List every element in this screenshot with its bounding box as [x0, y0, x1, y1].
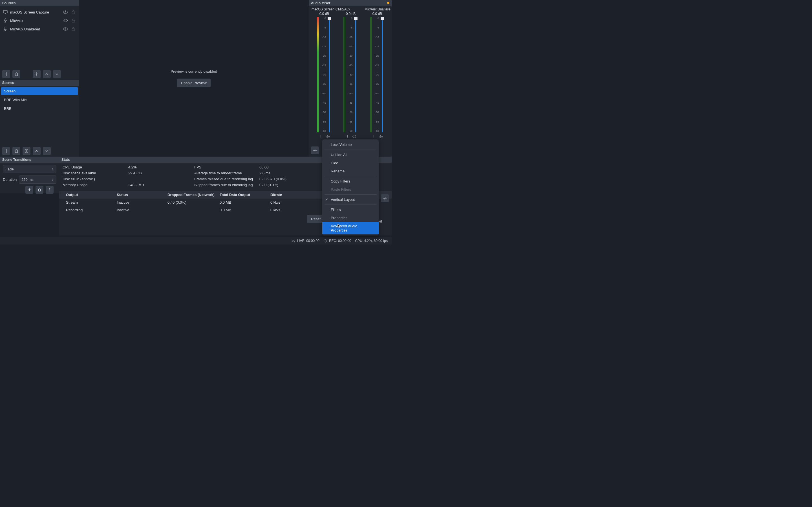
svg-point-1	[65, 11, 66, 13]
preview-disabled-text: Preview is currently disabled	[170, 69, 217, 73]
sources-toolbar	[0, 68, 79, 80]
svg-point-19	[347, 136, 348, 137]
scene-item[interactable]: BRB	[1, 105, 78, 113]
svg-rect-10	[25, 150, 26, 152]
svg-point-20	[347, 137, 348, 138]
menu-item[interactable]: Rename	[322, 167, 378, 175]
enable-preview-button[interactable]: Enable Preview	[177, 78, 210, 87]
move-scene-up-button[interactable]	[33, 147, 41, 155]
duration-input[interactable]: 250 ms ▲▼	[19, 175, 56, 184]
source-settings-button[interactable]	[33, 70, 41, 78]
transitions-title: Scene Transitions	[0, 157, 59, 163]
scene-item[interactable]: Screen	[1, 87, 78, 95]
scene-item[interactable]: BRB With Mic	[1, 96, 78, 104]
duration-label: Duration	[3, 177, 17, 182]
source-item[interactable]: Mic/Aux	[0, 16, 79, 25]
menu-item[interactable]: Unhide All	[322, 151, 378, 159]
add-source-button[interactable]	[2, 70, 10, 78]
delete-scene-button[interactable]	[12, 147, 20, 155]
svg-rect-6	[5, 27, 6, 29]
channel-options-icon[interactable]	[318, 134, 323, 139]
speaker-icon[interactable]	[378, 134, 383, 139]
reset-button[interactable]: Reset	[307, 215, 324, 223]
menu-item[interactable]: Lock Volume	[322, 140, 378, 149]
svg-rect-3	[5, 18, 6, 21]
stat-value	[128, 177, 194, 181]
table-cell: Inactive	[117, 200, 167, 205]
speaker-icon[interactable]	[352, 134, 357, 139]
svg-rect-8	[72, 29, 75, 31]
lock-toggle[interactable]	[70, 9, 76, 15]
preview-area: Preview is currently disabled Enable Pre…	[79, 0, 309, 157]
menu-item[interactable]: Filters	[322, 206, 378, 214]
volume-slider[interactable]	[380, 17, 385, 132]
table-cell: Inactive	[117, 208, 167, 212]
stat-value: 60.00	[259, 165, 327, 169]
audio-meter: 0-5-10-15-20-25-30-35-40-45-50-55-60	[343, 17, 353, 132]
table-header-cell: Total Data Output	[220, 193, 270, 197]
visibility-toggle[interactable]	[63, 9, 68, 15]
stat-value: 0 / 36370 (0.0%)	[259, 177, 327, 181]
svg-point-7	[65, 29, 66, 30]
menu-item[interactable]: Properties	[322, 214, 378, 222]
svg-rect-5	[72, 20, 75, 22]
live-text: LIVE: 00:00:00	[297, 239, 319, 243]
sources-title: Sources	[0, 0, 79, 6]
table-cell	[167, 208, 220, 212]
channel-options-icon[interactable]	[371, 134, 376, 139]
table-cell: 0 / 0 (0.0%)	[167, 200, 220, 205]
audio-mixer-context-menu: Lock VolumeUnhide AllHideRenameCopy Filt…	[322, 139, 378, 235]
move-source-down-button[interactable]	[53, 70, 61, 78]
audio-channel: macOS Screen Cap 0.0 dB 0-5-10-15-20-25-…	[311, 7, 338, 144]
scenes-toolbar	[0, 145, 79, 157]
meter-ticks: 0-5-10-15-20-25-30-35-40-45-50-55-60	[349, 17, 352, 132]
svg-point-24	[314, 150, 315, 151]
menu-item[interactable]: Advanced Audio Properties	[322, 222, 378, 234]
stat-label: Disk space available	[63, 171, 128, 175]
move-scene-down-button[interactable]	[43, 147, 51, 155]
visibility-toggle[interactable]	[63, 26, 68, 32]
source-item[interactable]: Mic/Aux Unaltered	[0, 25, 79, 33]
table-header-cell: Dropped Frames (Network)	[167, 193, 220, 197]
source-label: macOS Screen Capture	[10, 10, 60, 14]
menu-item[interactable]: Hide	[322, 159, 378, 167]
lock-toggle[interactable]	[70, 26, 76, 32]
lock-toggle[interactable]	[70, 18, 76, 23]
add-transition-button[interactable]	[26, 186, 33, 194]
svg-rect-2	[72, 12, 75, 14]
controls-settings-button[interactable]	[381, 194, 389, 202]
move-source-up-button[interactable]	[43, 70, 51, 78]
delete-source-button[interactable]	[12, 70, 20, 78]
select-arrows-icon: ▲▼	[52, 168, 54, 171]
check-icon: ✓	[325, 198, 328, 202]
broadcast-icon	[291, 239, 295, 243]
transition-selected: Fade	[5, 167, 14, 171]
stat-label: CPU Usage	[63, 165, 128, 169]
sources-list: macOS Screen Capture Mic/Aux Mic/Aux Una…	[0, 6, 79, 68]
mic-icon	[3, 18, 8, 23]
menu-item[interactable]: ✓Vertical Layout	[322, 195, 378, 204]
transition-options-button[interactable]	[46, 186, 54, 194]
stat-label: Frames missed due to rendering lag	[194, 177, 259, 181]
audio-meter: 0-5-10-15-20-25-30-35-40-45-50-55-60	[370, 17, 379, 132]
speaker-icon[interactable]	[325, 134, 330, 139]
volume-slider[interactable]	[327, 17, 332, 132]
add-scene-button[interactable]	[2, 147, 10, 155]
delete-transition-button[interactable]	[36, 186, 43, 194]
audio-mixer-settings-button[interactable]	[311, 147, 319, 154]
volume-slider[interactable]	[354, 17, 358, 132]
table-cell: 0 kb/s	[270, 208, 304, 212]
transition-select[interactable]: Fade ▲▼	[3, 165, 56, 173]
visibility-toggle[interactable]	[63, 18, 68, 23]
channel-options-icon[interactable]	[345, 134, 350, 139]
cpu-text: CPU: 4.2%, 60.00 fps	[355, 239, 388, 243]
sources-panel: Sources macOS Screen Capture Mic/Aux Mic…	[0, 0, 79, 80]
svg-point-4	[65, 20, 66, 21]
channel-db: 0.0 dB	[372, 12, 382, 16]
menu-item[interactable]: Copy Filters	[322, 177, 378, 185]
mic-icon	[3, 26, 8, 32]
scene-filters-button[interactable]	[22, 147, 31, 155]
svg-point-18	[347, 135, 348, 136]
audio-channel: Mic/Aux 0.0 dB 0-5-10-15-20-25-30-35-40-…	[338, 7, 364, 144]
source-item[interactable]: macOS Screen Capture	[0, 8, 79, 16]
